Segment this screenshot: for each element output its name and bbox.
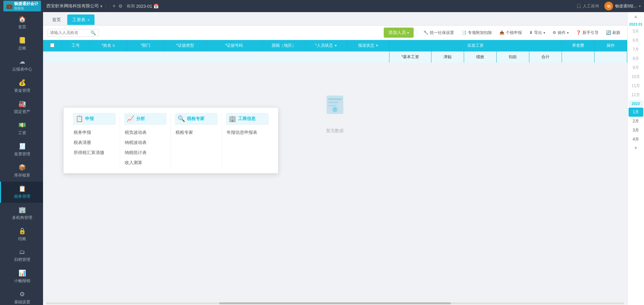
cal-month-3[interactable]: 3月 [629, 126, 643, 135]
social-insurance-button[interactable]: 🔧 统一社保设置 [421, 29, 457, 37]
new-guide-button[interactable]: ❓ 新手引导 [573, 29, 601, 37]
sidebar-label-fund: 资金管理 [14, 88, 30, 93]
sidebar-item-fund[interactable]: 💰 资金管理 [0, 76, 43, 97]
dm-item-income-calc[interactable]: 收入测算 [124, 158, 167, 168]
cal-month-6[interactable]: 6月 [629, 36, 643, 45]
name-sort-icon[interactable]: ⇅ [112, 44, 115, 47]
th-operation: 操作 [594, 40, 627, 51]
th-total-label: 合计 [541, 54, 550, 59]
username: 畅捷通8组... [615, 3, 637, 9]
tab-home[interactable]: 首页 [47, 14, 66, 25]
th-spacer [43, 51, 389, 63]
tab-close-icon[interactable]: × [87, 18, 89, 22]
dm-section-business-header: 🏢 工商信息 [226, 113, 269, 125]
settings-icon[interactable]: ⚙ [118, 3, 123, 9]
sidebar-item-salary[interactable]: 💵 工资 [0, 118, 43, 139]
sidebar-item-invoice[interactable]: 🧾 发票管理 [0, 139, 43, 160]
dm-item-income-tax[interactable]: 所得税汇算清缴 [73, 148, 116, 158]
sidebar-label-close: 结账 [18, 236, 26, 242]
sidebar-item-tax[interactable]: 📋 税务管理 [0, 182, 43, 203]
dm-item-tax-payment[interactable]: 纳税波动表 [124, 138, 167, 148]
invoice-icon: 🧾 [18, 143, 26, 150]
dm-item-tax-stats[interactable]: 纳税统计表 [124, 148, 167, 158]
expert-title: 税检专家 [187, 116, 204, 122]
calendar-icon[interactable]: 📅 [153, 4, 159, 9]
empty-text: 暂无数据 [326, 128, 344, 134]
sidebar-item-basic[interactable]: ⚙ 基础设置 [0, 287, 43, 305]
report-filter-icon[interactable]: ▼ [375, 44, 379, 47]
select-all-checkbox[interactable] [50, 43, 54, 47]
sidebar-label-xiaochang: 小畅报销 [14, 278, 30, 284]
sidebar-item-inventory[interactable]: 📦 库存核算 [0, 160, 43, 182]
refresh-button[interactable]: 🔄 刷新 [603, 29, 623, 37]
cal-month-11[interactable]: 11月 [629, 81, 643, 90]
sidebar-item-cloud[interactable]: ☁ 云报表中心 [0, 54, 43, 76]
toolbar-divider-1 [417, 30, 417, 36]
sidebar-label-cloud: 云报表中心 [12, 67, 32, 72]
search-input[interactable] [50, 30, 90, 35]
export-button[interactable]: ⬇ 导出 ▾ [527, 29, 548, 37]
main-layout: 🏠 首页 📒 总账 ☁ 云报表中心 💰 资金管理 🏭 固定资产 💵 工资 🧾 发… [0, 12, 644, 305]
th-basic-salary: *基本工资 [389, 51, 431, 63]
period-label: 账期 [127, 3, 135, 9]
cloud-icon: ☁ [19, 58, 25, 65]
th-name: *姓名 ⇅ [90, 40, 127, 51]
th-nation-label: 国籍（地区） [272, 43, 296, 48]
dm-item-tax-declaration[interactable]: 税务申报 [73, 127, 116, 138]
cal-month-2[interactable]: 2月 [629, 117, 643, 126]
cal-month-10[interactable]: 10月 [629, 72, 643, 81]
sidebar-item-close[interactable]: 🔒 结账 [0, 224, 43, 245]
sidebar-item-assets[interactable]: 🏭 固定资产 [0, 97, 43, 118]
th-performance: 绩效 [464, 51, 496, 63]
xiaochang-icon: 📊 [18, 269, 26, 277]
cal-month-1-active[interactable]: 1月 [629, 108, 643, 117]
cal-month-7[interactable]: 7月 [629, 45, 643, 54]
cal-nav-up[interactable]: ▲ [632, 12, 640, 20]
sidebar-item-xiaochang[interactable]: 📊 小畅报销 [0, 266, 43, 287]
tax-return-button[interactable]: 📤 个税申报 [497, 29, 525, 37]
tax-icon: 📋 [18, 185, 26, 192]
dm-item-annual-report[interactable]: 年报信息申报表 [226, 127, 269, 138]
service-button[interactable]: 🎧 人工咨询 [576, 3, 599, 9]
th-performance-label: 绩效 [476, 54, 484, 59]
basic-icon: ⚙ [20, 291, 25, 298]
dm-item-expert[interactable]: 税检专家 [175, 127, 218, 138]
business-icon: 🏢 [229, 115, 236, 122]
operations-button[interactable]: ⚙ 操作 ▾ [550, 29, 571, 37]
dm-item-tax-fluctuation[interactable]: 税负波动表 [124, 127, 167, 138]
tax-return-icon: 📤 [499, 30, 504, 35]
status-filter-icon[interactable]: ▼ [334, 44, 338, 47]
svg-rect-2 [328, 102, 338, 103]
cal-nav-down[interactable]: ▼ [632, 144, 640, 152]
operations-dropdown-icon: ▾ [567, 31, 569, 35]
company-dropdown-icon[interactable]: ▾ [100, 4, 103, 9]
th-allowance: 津贴 [431, 51, 464, 63]
dm-item-tax-table[interactable]: 税表清册 [73, 138, 116, 148]
cal-month-5[interactable]: 5月 [629, 27, 643, 36]
th-pension: 养老费 [562, 40, 594, 51]
th-deduction-label: 扣款 [509, 54, 517, 59]
scrollbar-track[interactable] [46, 302, 624, 304]
sidebar-item-archive[interactable]: 🗂 归档管理 [0, 245, 43, 266]
tab-salary[interactable]: 工资表 × [67, 14, 94, 25]
add-person-button[interactable]: 添加人员 ▾ [384, 28, 414, 38]
tab-bar: 首页 工资表 × [43, 12, 627, 26]
company-name: 西安虾米网络科技有限公司 [46, 3, 99, 9]
cal-month-12[interactable]: 12月 [629, 90, 643, 100]
special-deduction-button[interactable]: 📑 专项附加扣除 [459, 29, 495, 37]
sidebar-label-basic: 基础设置 [14, 299, 30, 305]
add-company-button[interactable]: + [112, 3, 115, 9]
sidebar-item-ledger[interactable]: 📒 总账 [0, 33, 43, 54]
cal-month-9[interactable]: 9月 [629, 63, 643, 72]
sidebar-item-home[interactable]: 🏠 首页 [0, 12, 43, 33]
content-area: 首页 工资表 × 🔍 添加人员 ▾ 🔧 统一社保设置 [43, 12, 627, 305]
export-label: 导出 [534, 30, 542, 36]
dm-section-analysis-header: 📈 分析 [124, 113, 167, 125]
sidebar-item-multi[interactable]: 🏢 多机构管理 [0, 203, 43, 224]
cal-month-4[interactable]: 4月 [629, 135, 643, 144]
user-menu[interactable]: 畅 畅捷通8组... ▾ [604, 2, 641, 10]
analysis-icon: 📈 [127, 115, 134, 122]
app-logo: 💼 畅捷通好会计 旗舰版 [3, 1, 41, 11]
close-period-icon: 🔒 [18, 227, 26, 235]
cal-month-8[interactable]: 8月 [629, 54, 643, 63]
